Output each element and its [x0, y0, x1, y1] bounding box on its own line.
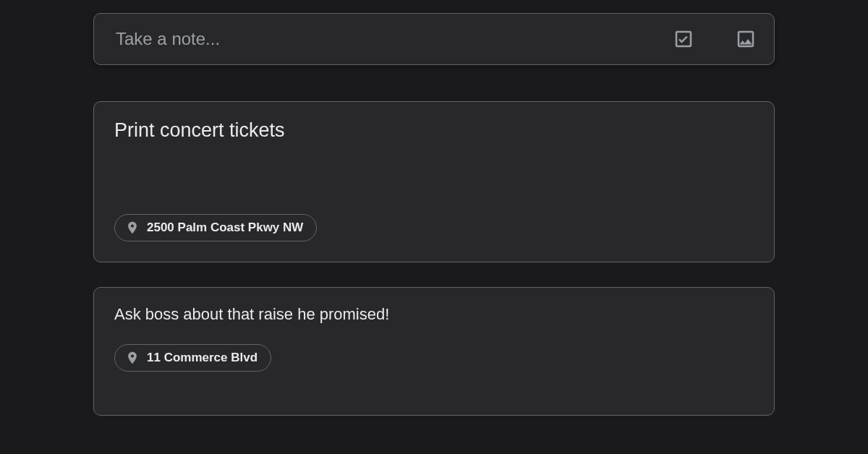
pin-icon — [125, 351, 140, 365]
image-icon — [735, 28, 757, 50]
checkbox-icon — [673, 28, 694, 50]
note-card[interactable]: Print concert tickets 2500 Palm Coast Pk… — [93, 101, 775, 262]
note-card[interactable]: Ask boss about that raise he promised! 1… — [93, 287, 775, 416]
location-text: 2500 Palm Coast Pkwy NW — [147, 220, 303, 235]
note-title: Ask boss about that raise he promised! — [114, 305, 754, 324]
location-chip[interactable]: 11 Commerce Blvd — [114, 344, 271, 372]
location-text: 11 Commerce Blvd — [147, 351, 258, 365]
new-image-button[interactable] — [735, 28, 757, 50]
take-note-bar[interactable] — [93, 13, 775, 65]
take-note-input[interactable] — [116, 29, 673, 49]
new-list-button[interactable] — [673, 28, 694, 50]
location-chip[interactable]: 2500 Palm Coast Pkwy NW — [114, 214, 317, 241]
pin-icon — [125, 220, 140, 235]
main-container: Print concert tickets 2500 Palm Coast Pk… — [93, 13, 775, 416]
bar-icons — [673, 28, 757, 50]
note-title: Print concert tickets — [114, 119, 754, 142]
